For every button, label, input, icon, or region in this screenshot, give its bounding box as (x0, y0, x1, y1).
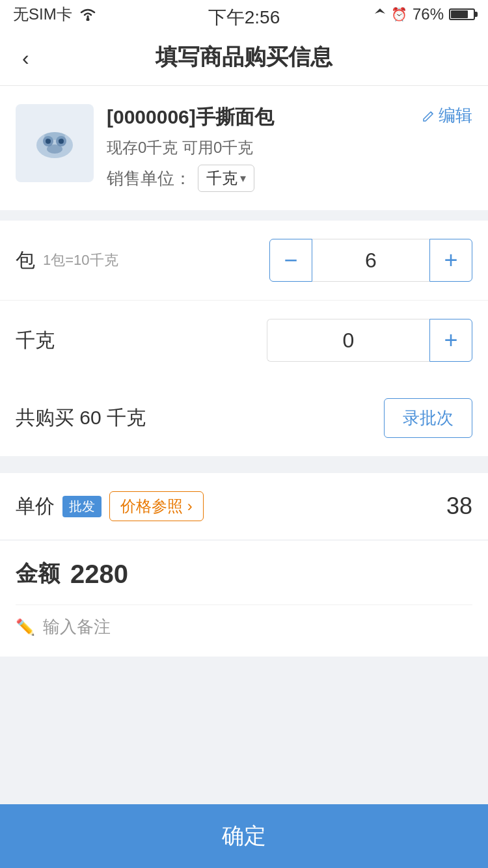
product-stock: 现存0千克 可用0千克 (107, 137, 472, 158)
page-title: 填写商品购买信息 (156, 42, 332, 72)
product-name: [0000006]手撕面包 (107, 104, 274, 131)
product-card: [0000006]手撕面包 编辑 现存0千克 可用0千克 销售单位： 千克 ▾ (0, 86, 488, 210)
price-section: 单价 批发 价格参照 › 38 (0, 467, 488, 539)
amount-section: 金额 2280 ✏️ 输入备注 (0, 541, 488, 657)
remark-row[interactable]: ✏️ 输入备注 (16, 604, 472, 657)
quantity-section: 包 1包=10千克 − + 千克 + 共购买 60 千克 录批次 (0, 221, 488, 456)
unit-dropdown-icon: ▾ (240, 171, 246, 185)
unit-label: 销售单位： (107, 167, 191, 190)
bag-input-wrapper: − + (269, 239, 472, 282)
alarm-icon: ⏰ (391, 7, 407, 22)
bag-decrement-button[interactable]: − (269, 239, 312, 282)
price-label-row: 单价 批发 价格参照 › (16, 491, 204, 521)
status-left: 无SIM卡 (13, 4, 97, 25)
unit-value: 千克 (206, 168, 237, 189)
bag-label-group: 包 1包=10千克 (16, 247, 118, 274)
status-bar: 无SIM卡 下午2:56 ⏰ 76% (0, 0, 488, 29)
batch-button[interactable]: 录批次 (384, 398, 472, 438)
product-image (16, 104, 94, 182)
kg-input-wrapper: + (267, 319, 472, 362)
remark-label: 输入备注 (43, 616, 111, 638)
kg-label-group: 千克 (16, 327, 55, 354)
amount-label: 金额 (16, 559, 60, 589)
price-ref-button[interactable]: 价格参照 › (109, 491, 204, 521)
unit-select[interactable]: 千克 ▾ (198, 165, 254, 192)
bag-input[interactable] (312, 239, 429, 282)
amount-value: 2280 (70, 560, 128, 589)
product-unit-row: 销售单位： 千克 ▾ (107, 165, 472, 192)
kg-label: 千克 (16, 327, 55, 354)
edit-label: 编辑 (439, 104, 472, 127)
battery-icon (449, 8, 475, 20)
kg-increment-button[interactable]: + (429, 319, 472, 362)
confirm-text: 确定 (222, 821, 266, 851)
pencil-icon: ✏️ (16, 618, 35, 636)
kg-input[interactable] (267, 319, 429, 362)
status-right: ⏰ 76% (374, 5, 475, 23)
confirm-bar[interactable]: 确定 (0, 804, 488, 868)
carrier-label: 无SIM卡 (13, 4, 72, 25)
bag-increment-button[interactable]: + (429, 239, 472, 282)
back-button[interactable]: ‹ (16, 37, 36, 77)
kg-qty-row: 千克 + (0, 301, 488, 380)
wifi-icon (79, 8, 97, 21)
nav-bar: ‹ 填写商品购买信息 (0, 29, 488, 86)
svg-point-6 (47, 144, 62, 154)
product-logo (29, 126, 81, 161)
edit-icon (422, 109, 436, 123)
battery-pct: 76% (413, 5, 444, 23)
bag-label: 包 (16, 247, 35, 274)
status-time: 下午2:56 (208, 5, 280, 30)
amount-row: 金额 2280 (16, 559, 472, 589)
back-arrow-icon: ‹ (22, 46, 29, 70)
svg-point-0 (86, 18, 89, 21)
svg-point-7 (44, 132, 65, 140)
price-badge: 批发 (62, 496, 102, 517)
price-label: 单价 (16, 493, 55, 520)
edit-button[interactable]: 编辑 (422, 104, 472, 127)
summary-row: 共购买 60 千克 录批次 (0, 380, 488, 456)
bag-hint: 1包=10千克 (43, 251, 118, 270)
product-info: [0000006]手撕面包 编辑 现存0千克 可用0千克 销售单位： 千克 ▾ (107, 104, 472, 192)
summary-text: 共购买 60 千克 (16, 405, 146, 431)
bag-qty-row: 包 1包=10千克 − + (0, 221, 488, 301)
location-icon (374, 8, 386, 21)
price-value: 38 (446, 493, 472, 520)
